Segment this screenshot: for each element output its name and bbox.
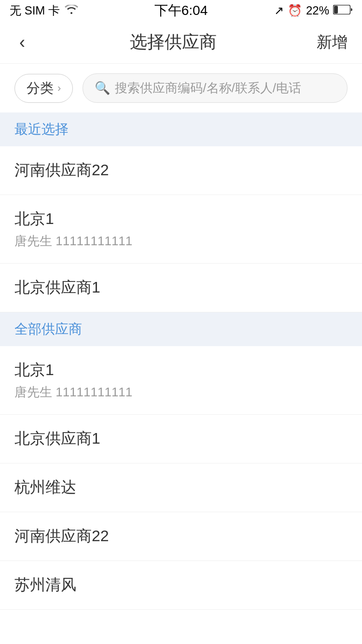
search-placeholder: 搜索供应商编码/名称/联系人/电话 xyxy=(115,80,301,97)
list-item[interactable]: 河南供应商22 xyxy=(0,512,362,561)
item-name: 杭州维达 xyxy=(14,477,348,498)
category-button[interactable]: 分类 › xyxy=(14,74,73,103)
search-icon: 🔍 xyxy=(95,81,110,96)
list-item[interactable]: 北京1唐先生 11111111111 xyxy=(0,195,362,264)
carrier-label: 无 SIM 卡 xyxy=(10,3,60,18)
status-right: ↗ ⏰ 22% xyxy=(274,4,352,17)
item-name: 河南供应商22 xyxy=(14,160,348,181)
battery-label: 22% xyxy=(306,4,329,17)
item-subtitle: 唐先生 11111111111 xyxy=(14,233,348,250)
svg-rect-1 xyxy=(334,6,338,14)
status-left: 无 SIM 卡 xyxy=(10,3,78,18)
add-button[interactable]: 新增 xyxy=(317,32,348,53)
list-item[interactable]: 苏州清风 xyxy=(0,561,362,610)
item-subtitle: 唐先生 11111111111 xyxy=(14,384,348,401)
list-item[interactable]: 北京供应商1 xyxy=(0,415,362,463)
filter-bar: 分类 › 🔍 搜索供应商编码/名称/联系人/电话 xyxy=(0,64,362,112)
section-header-recent: 最近选择 xyxy=(0,112,362,146)
page-title: 选择供应商 xyxy=(130,30,217,54)
list-item[interactable]: 北京1唐先生 11111111111 xyxy=(0,346,362,415)
location-icon: ↗ xyxy=(274,4,284,17)
list-item[interactable]: 河南供应商22 xyxy=(0,146,362,195)
alarm-icon: ⏰ xyxy=(288,4,302,17)
list-item[interactable]: 北京供应商1 xyxy=(0,264,362,312)
list-item[interactable]: 杭州维达 xyxy=(0,463,362,512)
section-header-all: 全部供应商 xyxy=(0,312,362,346)
item-name: 河南供应商22 xyxy=(14,526,348,547)
chevron-right-icon: › xyxy=(57,82,61,95)
status-bar: 无 SIM 卡 下午6:04 ↗ ⏰ 22% xyxy=(0,0,362,21)
wifi-icon xyxy=(65,4,78,17)
search-input[interactable]: 🔍 搜索供应商编码/名称/联系人/电话 xyxy=(83,73,348,103)
category-label: 分类 xyxy=(27,79,54,98)
item-name: 北京供应商1 xyxy=(14,428,348,449)
item-name: 北京1 xyxy=(14,360,348,381)
nav-bar: ‹ 选择供应商 新增 xyxy=(0,21,362,64)
battery-icon xyxy=(333,4,352,17)
supplier-list: 最近选择河南供应商22北京1唐先生 11111111111北京供应商1全部供应商… xyxy=(0,112,362,610)
status-time: 下午6:04 xyxy=(154,1,208,20)
item-name: 北京供应商1 xyxy=(14,277,348,298)
back-button[interactable]: ‹ xyxy=(14,28,30,57)
item-name: 北京1 xyxy=(14,209,348,230)
item-name: 苏州清风 xyxy=(14,574,348,596)
